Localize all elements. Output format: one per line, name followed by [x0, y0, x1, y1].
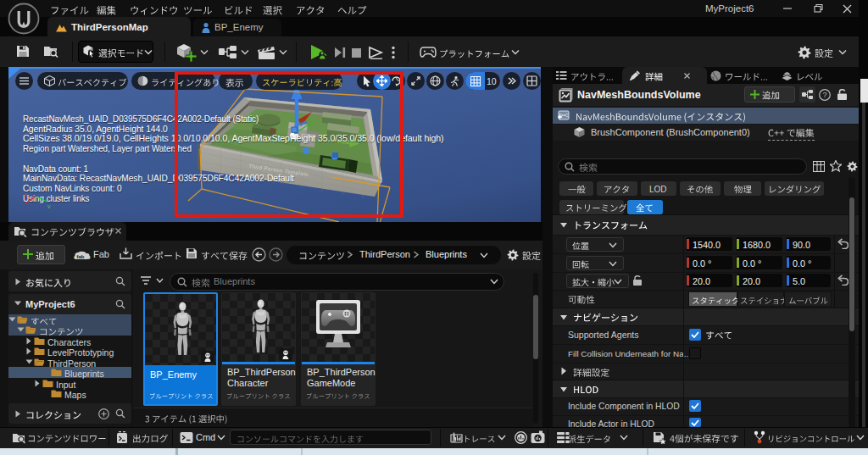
svg-text:y: y — [47, 203, 51, 208]
svg-text:?: ? — [823, 91, 827, 99]
svg-text:x: x — [24, 191, 27, 197]
svg-text:fab: fab — [77, 254, 85, 259]
